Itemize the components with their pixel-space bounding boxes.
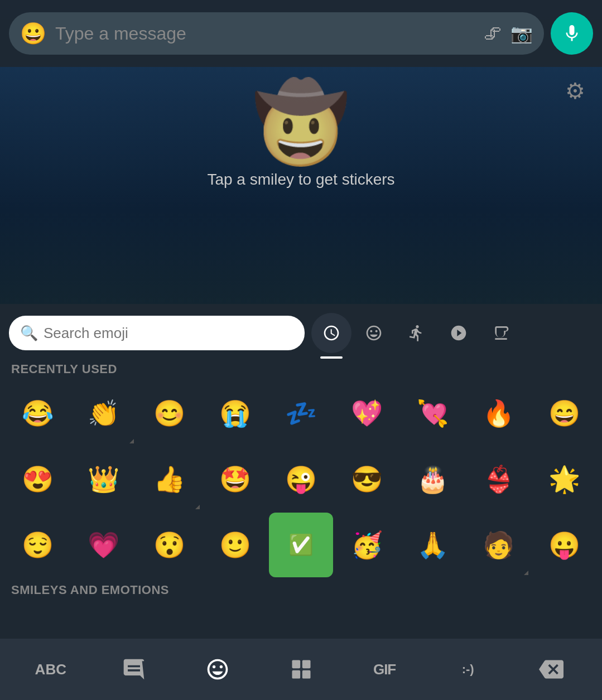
emoji-cell[interactable]: 😭 — [203, 381, 268, 446]
emoji-search-input[interactable] — [44, 325, 293, 342]
emoji-cell[interactable]: 💗 — [71, 513, 136, 577]
category-tab-recent[interactable] — [311, 313, 351, 353]
keyboard-emoticon-button[interactable]: :-) — [426, 639, 510, 700]
emoji-cell[interactable]: 😛 — [532, 513, 596, 577]
recently-used-label: RECENTLY USED — [0, 354, 602, 381]
category-tab-smileys[interactable] — [354, 313, 394, 353]
emoji-cell[interactable]: 🧑 — [466, 513, 531, 577]
search-box[interactable]: 🔍 — [9, 316, 305, 350]
emoji-cell[interactable]: ✅ — [269, 513, 334, 577]
emoji-cell[interactable]: 😂 — [6, 381, 70, 446]
emoji-toggle-button[interactable]: 😀 — [20, 23, 46, 44]
keyboard-sticker-button[interactable] — [93, 639, 176, 700]
emoji-cell[interactable]: 🔥 — [466, 381, 531, 446]
emoticon-label: :-) — [462, 662, 474, 677]
category-tabs — [311, 313, 593, 353]
sticker-promo-text: Tap a smiley to get stickers — [207, 171, 394, 189]
keyboard-toolbar: ABC GIF :-) — [0, 639, 602, 700]
message-input-container: 😀 Type a message 🖇 📷 — [9, 12, 544, 55]
smileys-label: SMILEYS AND EMOTIONS — [0, 577, 602, 601]
emoji-cell[interactable]: 😍 — [6, 447, 70, 511]
keyboard-emoji-button[interactable] — [176, 639, 259, 700]
abc-label: ABC — [35, 661, 66, 678]
emoji-cell[interactable]: 😜 — [269, 447, 334, 511]
search-tabs-row: 🔍 — [0, 304, 602, 354]
keyboard-delete-button[interactable] — [509, 639, 593, 700]
emoji-cell[interactable]: 🎂 — [400, 447, 465, 511]
svg-rect-3 — [302, 670, 310, 679]
emoji-cell[interactable]: 😌 — [6, 513, 70, 577]
sticker-mascot[interactable]: 🤠 — [252, 84, 350, 162]
emoji-cell[interactable]: 👙 — [466, 447, 531, 511]
emoji-cell[interactable]: 🙂 — [203, 513, 268, 577]
svg-rect-1 — [302, 660, 310, 669]
emoji-cell[interactable]: 🤩 — [203, 447, 268, 511]
mic-button[interactable] — [551, 12, 593, 55]
search-icon: 🔍 — [20, 325, 38, 342]
emoji-cell[interactable]: 👏 — [71, 381, 136, 446]
keyboard-gif-button[interactable]: GIF — [343, 639, 426, 700]
category-tab-activities[interactable] — [439, 313, 479, 353]
message-placeholder: Type a message — [55, 23, 475, 44]
emoji-cell[interactable]: 😊 — [137, 381, 202, 446]
emoji-cell[interactable]: 💘 — [400, 381, 465, 446]
category-tab-people[interactable] — [396, 313, 436, 353]
svg-rect-2 — [292, 670, 300, 679]
emoji-cell[interactable]: 💖 — [334, 381, 399, 446]
message-bar: 😀 Type a message 🖇 📷 — [0, 0, 602, 67]
emoji-cell[interactable]: 👍 — [137, 447, 202, 511]
keyboard-abc-button[interactable]: ABC — [9, 639, 93, 700]
keyboard-memoji-button[interactable] — [259, 639, 343, 700]
category-tab-food[interactable] — [481, 313, 521, 353]
svg-rect-0 — [292, 660, 300, 669]
emoji-cell[interactable]: 🙏 — [400, 513, 465, 577]
emoji-cell[interactable]: 😯 — [137, 513, 202, 577]
camera-button[interactable]: 📷 — [511, 23, 533, 44]
emoji-cell[interactable]: 👑 — [71, 447, 136, 511]
settings-gear-icon[interactable]: ⚙ — [565, 78, 585, 104]
emoji-cell[interactable]: 😄 — [532, 381, 596, 446]
attach-button[interactable]: 🖇 — [484, 23, 502, 44]
emoji-panel: 🔍 RECENTLY USED — [0, 304, 602, 700]
emoji-cell[interactable]: 🥳 — [334, 513, 399, 577]
sticker-promo-area: 🤠 Tap a smiley to get stickers — [0, 73, 602, 189]
gif-label: GIF — [373, 661, 396, 678]
emoji-cell[interactable]: 🌟 — [532, 447, 596, 511]
emoji-cell[interactable]: 😎 — [334, 447, 399, 511]
recently-used-grid: 😂 👏 😊 😭 💤 💖 💘 🔥 😄 😍 👑 👍 🤩 😜 😎 🎂 👙 🌟 😌 💗 … — [0, 381, 602, 577]
emoji-cell[interactable]: 💤 — [269, 381, 334, 446]
